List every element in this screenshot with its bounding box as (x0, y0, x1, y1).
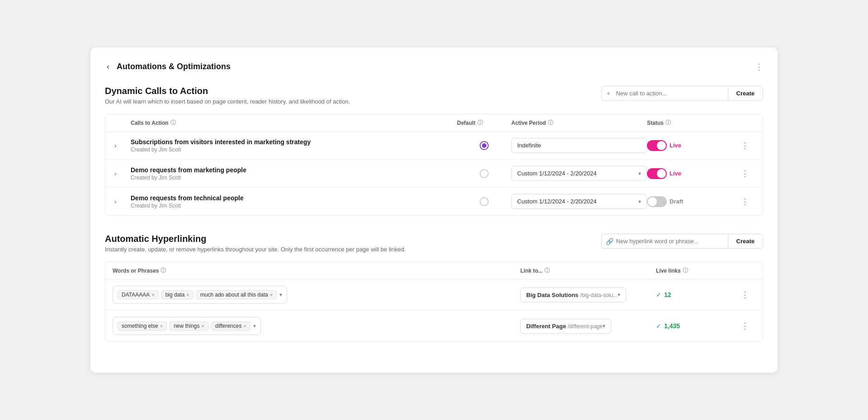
cta-table-row: › Demo requests from marketing people Cr… (105, 160, 763, 188)
cta-col-default: Default ⓘ (457, 119, 511, 127)
cta-row-2-toggle[interactable] (647, 196, 667, 207)
hyp-col-info-2[interactable]: ⓘ (683, 267, 688, 274)
cta-row-0-subtitle: Created by Jim Scott (131, 146, 457, 153)
cta-row-0-more-cell: ⋮ (737, 139, 755, 152)
hyp-col-info-0[interactable]: ⓘ (160, 267, 166, 274)
hyp-row-0-tag-0-remove[interactable]: × (151, 293, 154, 297)
cta-row-1-expand[interactable]: › (113, 168, 118, 179)
hyp-row-0-link-dropdown[interactable]: Big Data Solutions /big-data-solu... ▾ (520, 288, 626, 302)
hyp-row-0-tag-input[interactable]: DATAAAAA × big data × much ado about all… (113, 286, 287, 304)
cta-row-1-more-cell: ⋮ (737, 167, 755, 180)
hyp-row-1-tag-input[interactable]: something else × new things × difference… (113, 317, 261, 335)
hyp-row-1-tags-cell: something else × new things × difference… (113, 317, 520, 335)
hyp-row-1-dropdown-arrow: ▾ (253, 323, 256, 329)
cta-new-input[interactable] (601, 86, 728, 101)
cta-row-2-more-cell: ⋮ (737, 195, 755, 208)
cta-row-2-expand[interactable]: › (113, 196, 118, 207)
cta-row-1-default-cell (457, 169, 511, 178)
hyp-row-1-link-dropdown[interactable]: Different Page /different-page ▾ (520, 319, 611, 334)
hyp-row-0-live-cell: ✓ 12 (656, 291, 737, 298)
cta-row-2-period-cell: Custom 1/12/2024 - 2/20/2024 ▾ (511, 194, 647, 209)
cta-row-1-title: Demo requests from marketing people (131, 166, 457, 174)
hyp-row-1-tag-0: something else × (118, 321, 167, 330)
hyp-row-0-more-button[interactable]: ⋮ (737, 288, 753, 302)
back-button[interactable]: ‹ (105, 60, 111, 73)
cta-col-calls-to-action: Calls to Action ⓘ (131, 119, 457, 127)
cta-col-info-0[interactable]: ⓘ (170, 119, 176, 127)
hyp-row-0-link-arrow: ▾ (618, 292, 620, 298)
cta-row-0-period-cell: Indefinite (511, 138, 647, 153)
cta-row-1-period-cell: Custom 1/12/2024 - 2/20/2024 ▾ (511, 166, 647, 181)
nav-left: ‹ Automations & Optimizations (105, 60, 231, 73)
hyp-table-header: Words or Phrases ⓘ Link to... ⓘ Live lin… (105, 262, 763, 279)
settings-icon[interactable]: ⋮ (755, 62, 763, 72)
hyp-row-1-live-count: 1,435 (664, 322, 680, 330)
cta-create-button[interactable]: Create (728, 86, 763, 101)
cta-row-1-more-button[interactable]: ⋮ (737, 167, 753, 180)
cta-row-1-dropdown-arrow: ▾ (638, 170, 641, 177)
hyp-col-words: Words or Phrases ⓘ (113, 267, 520, 274)
cta-col-active-period: Active Period ⓘ (511, 119, 647, 127)
main-container: ‹ Automations & Optimizations ⋮ Dynamic … (90, 47, 778, 373)
cta-row-1-toggle[interactable] (647, 168, 667, 179)
cta-section-text: Dynamic Calls to Action Our AI will lear… (105, 86, 350, 105)
hyp-row-1-tag-1-remove[interactable]: × (202, 324, 204, 329)
cta-row-2-radio[interactable] (480, 197, 489, 206)
cta-row-0-period-dropdown[interactable]: Indefinite (511, 138, 647, 153)
hyp-row-0-live-icon: ✓ (656, 291, 661, 298)
hyp-row-1-tag-0-remove[interactable]: × (160, 324, 163, 329)
hyp-row-1-more-button[interactable]: ⋮ (737, 319, 753, 333)
hyp-row-0-tags-cell: DATAAAAA × big data × much ado about all… (113, 286, 520, 304)
hyp-row-0-tag-2-remove[interactable]: × (270, 293, 273, 297)
hyp-col-info-1[interactable]: ⓘ (544, 267, 550, 274)
cta-col-info-1[interactable]: ⓘ (477, 119, 483, 127)
top-nav: ‹ Automations & Optimizations ⋮ (105, 60, 763, 73)
cta-row-1-radio[interactable] (480, 169, 489, 178)
hyp-row-1-link-cell: Different Page /different-page ▾ (520, 319, 656, 334)
cta-row-0-default-cell (457, 141, 511, 150)
cta-col-status: Status ⓘ (647, 119, 737, 127)
cta-row-2-title-cell: Demo requests from technical people Crea… (131, 194, 457, 209)
cta-description: Our AI will learn which to insert based … (105, 98, 350, 105)
cta-title: Dynamic Calls to Action (105, 86, 350, 96)
hyp-create-button[interactable]: Create (728, 234, 763, 249)
cta-row-2-subtitle: Created by Jim Scott (131, 203, 457, 209)
cta-row-0-expand[interactable]: › (113, 140, 118, 151)
hyp-row-0-tag-1-remove[interactable]: × (186, 293, 189, 297)
hyp-table-row: something else × new things × difference… (105, 311, 763, 341)
cta-section-header: Dynamic Calls to Action Our AI will lear… (105, 86, 763, 105)
cta-row-2-title: Demo requests from technical people (131, 194, 457, 202)
hyp-row-0-link-cell: Big Data Solutions /big-data-solu... ▾ (520, 288, 656, 302)
hyp-section-action: 🔗 Create (601, 234, 763, 249)
cta-col-info-3[interactable]: ⓘ (665, 119, 671, 127)
cta-row-1-title-cell: Demo requests from marketing people Crea… (131, 166, 457, 181)
cta-row-0-chevron-cell: › (113, 140, 131, 151)
hyp-new-input[interactable] (601, 234, 728, 249)
cta-row-0-status-cell: Live (647, 140, 737, 151)
cta-table-row: › Subscriptions from visitors interested… (105, 132, 763, 160)
cta-row-2-period-dropdown[interactable]: Custom 1/12/2024 - 2/20/2024 ▾ (511, 194, 647, 209)
cta-table-header: Calls to Action ⓘ Default ⓘ Active Perio… (105, 114, 763, 132)
hyp-new-input-wrapper: 🔗 (601, 234, 728, 249)
cta-row-0-toggle[interactable] (647, 140, 667, 151)
hyp-row-1-tag-1: new things × (170, 321, 208, 330)
hyp-table-row: DATAAAAA × big data × much ado about all… (105, 279, 763, 311)
cta-row-1-status-cell: Live (647, 168, 737, 179)
cta-table-row: › Demo requests from technical people Cr… (105, 188, 763, 215)
cta-row-0-radio[interactable] (480, 141, 489, 150)
sparkle-icon: ✦ (606, 90, 611, 97)
hyp-row-0-tag-2: much ado about all this data × (196, 290, 277, 299)
cta-col-info-2[interactable]: ⓘ (548, 119, 553, 127)
hyp-row-1-live-cell: ✓ 1,435 (656, 322, 737, 330)
cta-row-1-period-dropdown[interactable]: Custom 1/12/2024 - 2/20/2024 ▾ (511, 166, 647, 181)
hyp-row-1-tag-2-remove[interactable]: × (243, 324, 246, 329)
hyp-row-0-tag-1: big data × (161, 290, 193, 299)
cta-new-input-wrapper: ✦ (601, 86, 728, 101)
hyp-table: Words or Phrases ⓘ Link to... ⓘ Live lin… (105, 262, 763, 342)
page-title: Automations & Optimizations (117, 62, 231, 71)
hyp-row-1-more-cell: ⋮ (737, 319, 755, 333)
hyp-row-1-link-text: Different Page /different-page (526, 323, 603, 330)
link-icon: 🔗 (606, 238, 613, 245)
cta-row-0-more-button[interactable]: ⋮ (737, 139, 753, 152)
cta-row-2-more-button[interactable]: ⋮ (737, 195, 753, 208)
